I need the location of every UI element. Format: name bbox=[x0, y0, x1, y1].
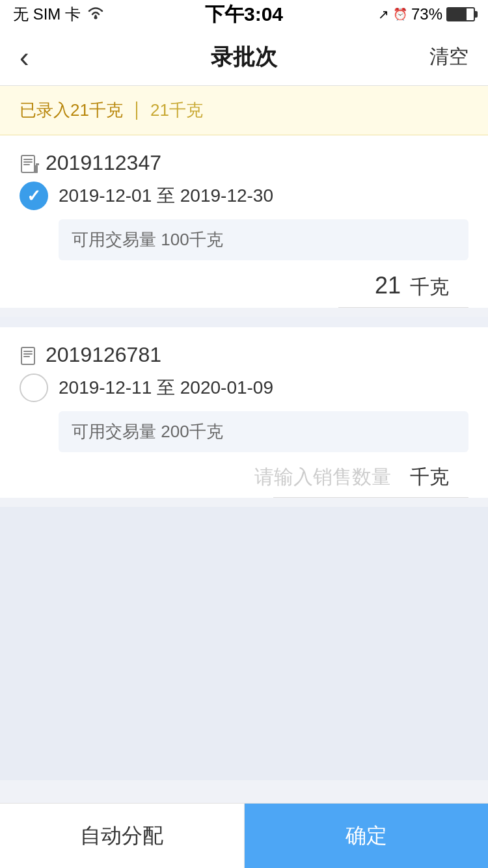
quantity-input-2[interactable] bbox=[232, 466, 401, 488]
auto-distribute-label: 自动分配 bbox=[80, 822, 163, 850]
quantity-unit-1: 千克 bbox=[410, 274, 449, 301]
batch-doc-icon-1 bbox=[20, 152, 39, 174]
page-title: 录批次 bbox=[211, 42, 277, 72]
sim-text: 无 SIM 卡 bbox=[13, 4, 81, 25]
bottom-bar: 自动分配 确定 bbox=[0, 803, 488, 868]
batch-card-1: 2019112347 2019-12-01 至 2019-12-30 可用交易量… bbox=[0, 135, 488, 260]
batch-row-1[interactable]: 2019-12-01 至 2019-12-30 bbox=[20, 182, 468, 210]
svg-rect-2 bbox=[23, 159, 33, 160]
batch-date-1: 2019-12-01 至 2019-12-30 bbox=[59, 183, 273, 208]
quantity-row-1: 21 千克 bbox=[20, 260, 468, 307]
availability-text-2: 可用交易量 200千克 bbox=[72, 422, 223, 441]
auto-distribute-button[interactable]: 自动分配 bbox=[0, 804, 245, 868]
status-time: 下午3:04 bbox=[205, 1, 283, 28]
svg-rect-3 bbox=[23, 161, 33, 163]
svg-rect-10 bbox=[23, 356, 30, 357]
svg-rect-9 bbox=[23, 353, 33, 355]
radio-btn-2[interactable] bbox=[20, 373, 48, 402]
batch-date-2: 2019-12-11 至 2020-01-09 bbox=[59, 375, 273, 400]
recorded-value: 21千克 bbox=[150, 99, 203, 122]
confirm-label: 确定 bbox=[346, 822, 387, 850]
svg-rect-6 bbox=[36, 163, 39, 165]
status-left: 无 SIM 卡 bbox=[13, 4, 105, 25]
wifi-icon bbox=[86, 5, 105, 23]
availability-text-1: 可用交易量 100千克 bbox=[72, 230, 223, 249]
input-unit-2: 千克 bbox=[410, 464, 449, 491]
nav-bar: ‹ 录批次 清空 bbox=[0, 29, 488, 86]
batch-row-2[interactable]: 2019-12-11 至 2020-01-09 bbox=[20, 373, 468, 402]
confirm-button[interactable]: 确定 bbox=[245, 804, 489, 868]
batch-header-2: 2019126781 bbox=[20, 343, 468, 367]
banner-divider bbox=[136, 102, 137, 120]
batch-id-1: 2019112347 bbox=[46, 151, 161, 175]
battery-percent: 73% bbox=[411, 5, 442, 23]
gray-area bbox=[0, 507, 488, 780]
batch-header-1: 2019112347 bbox=[20, 151, 468, 175]
input-section-2: 千克 bbox=[0, 452, 488, 498]
battery-icon bbox=[446, 7, 475, 21]
info-banner: 已录入21千克 21千克 bbox=[0, 86, 488, 135]
recorded-label: 已录入21千克 bbox=[20, 99, 123, 122]
batch-card-2: 2019126781 2019-12-11 至 2020-01-09 可用交易量… bbox=[0, 327, 488, 452]
svg-rect-8 bbox=[23, 351, 33, 352]
availability-bar-2: 可用交易量 200千克 bbox=[59, 411, 468, 452]
quantity-value-1: 21 bbox=[375, 272, 401, 299]
back-button[interactable]: ‹ bbox=[20, 41, 29, 74]
svg-rect-5 bbox=[34, 165, 38, 173]
status-bar: 无 SIM 卡 下午3:04 ↗ ⏰ 73% bbox=[0, 0, 488, 29]
svg-rect-4 bbox=[23, 164, 30, 165]
input-row-2[interactable]: 千克 bbox=[20, 452, 468, 497]
radio-btn-1[interactable] bbox=[20, 182, 48, 210]
availability-bar-1: 可用交易量 100千克 bbox=[59, 219, 468, 260]
status-right: ↗ ⏰ 73% bbox=[378, 5, 475, 23]
quantity-section-1: 21 千克 bbox=[0, 260, 488, 308]
svg-point-0 bbox=[94, 16, 98, 20]
location-icon: ↗ bbox=[378, 7, 389, 22]
batch-id-2: 2019126781 bbox=[46, 343, 161, 367]
batch-doc-icon-2 bbox=[20, 344, 39, 366]
clear-button[interactable]: 清空 bbox=[429, 44, 468, 70]
alarm-icon: ⏰ bbox=[393, 7, 407, 21]
content-area: 已录入21千克 21千克 2019112347 2019-12-01 至 201… bbox=[0, 86, 488, 845]
section-separator bbox=[0, 317, 488, 327]
